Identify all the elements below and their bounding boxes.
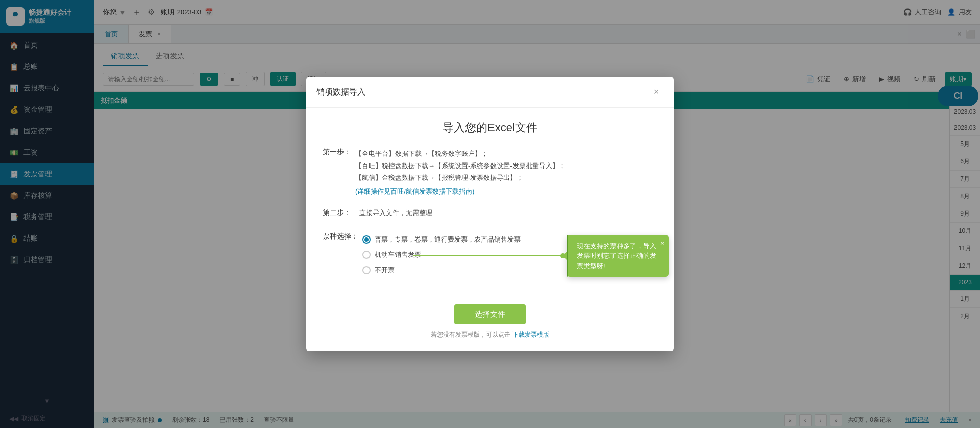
step2-label: 第二步： bbox=[323, 208, 351, 218]
download-hint: 若您没有发票模版，可以点击 下载发票模版 bbox=[431, 330, 549, 339]
step1-line1: 【全电平台】数据下载→【税务数字账户】； bbox=[355, 148, 566, 159]
radio-noticket-label: 不开票 bbox=[375, 266, 395, 275]
radio-normal-circle bbox=[362, 235, 371, 244]
download-template-link[interactable]: 下载发票模版 bbox=[512, 331, 549, 338]
radio-normal-label: 普票，专票，卷票，通行费发票，农产品销售发票 bbox=[375, 235, 521, 244]
step1-label: 第一步： bbox=[323, 148, 351, 194]
tooltip-close-btn[interactable]: × bbox=[660, 238, 665, 249]
modal-title: 销项数据导入 bbox=[316, 87, 365, 98]
step1-content: 【全电平台】数据下载→【税务数字账户】； 【百旺】税控盘数据下载→【系统设置-系… bbox=[351, 148, 566, 198]
tooltip-text: 现在支持的票种多了，导入发票时别忘了选择正确的发票类型呀! bbox=[574, 241, 662, 271]
step1-line2: 【百旺】税控盘数据下载→【系统设置-系统参数设置-发票批量导入】； bbox=[355, 160, 566, 172]
radio-noticket[interactable]: 不开票 bbox=[362, 266, 521, 275]
modal-footer: 选择文件 若您没有发票模版，可以点击 下载发票模版 bbox=[306, 296, 674, 351]
radio-motor-circle bbox=[362, 251, 371, 259]
tooltip-connector-line bbox=[413, 255, 561, 256]
step1-link[interactable]: (详细操作见百旺/航信发票数据下载指南) bbox=[355, 187, 474, 195]
step1-line3: 【航信】金税盘数据下载→【报税管理-发票数据导出】； bbox=[355, 172, 566, 183]
step1: 第一步： 【全电平台】数据下载→【税务数字账户】； 【百旺】税控盘数据下载→【系… bbox=[323, 148, 657, 198]
modal-overlay: 销项数据导入 × 导入您的Excel文件 第一步： 【全电平台】数据下载→【税务… bbox=[0, 0, 980, 428]
step2: 第二步： 直接导入文件，无需整理 bbox=[323, 207, 657, 222]
import-modal: 销项数据导入 × 导入您的Excel文件 第一步： 【全电平台】数据下载→【税务… bbox=[306, 77, 674, 351]
radio-motor-label: 机动车销售发票 bbox=[375, 250, 421, 259]
radio-group: 普票，专票，卷票，通行费发票，农产品销售发票 机动车销售发票 × 现在支持的票种… bbox=[358, 235, 521, 275]
modal-big-title: 导入您的Excel文件 bbox=[323, 120, 657, 135]
select-file-btn[interactable]: 选择文件 bbox=[454, 304, 526, 324]
radio-noticket-circle bbox=[362, 266, 371, 274]
modal-close-btn[interactable]: × bbox=[649, 85, 664, 99]
tooltip-bubble: × 现在支持的票种多了，导入发票时别忘了选择正确的发票类型呀! bbox=[567, 235, 669, 277]
modal-header: 销项数据导入 × bbox=[306, 77, 674, 108]
modal-body: 导入您的Excel文件 第一步： 【全电平台】数据下载→【税务数字账户】； 【百… bbox=[306, 108, 674, 296]
step2-text: 直接导入文件，无需整理 bbox=[351, 207, 432, 219]
ticket-select-label: 票种选择： bbox=[323, 232, 358, 241]
radio-motor[interactable]: 机动车销售发票 × 现在支持的票种多了，导入发票时别忘了选择正确的发票类型呀! bbox=[362, 250, 521, 259]
radio-normal[interactable]: 普票，专票，卷票，通行费发票，农产品销售发票 bbox=[362, 235, 521, 244]
tooltip-bar bbox=[567, 235, 568, 277]
ticket-select-group: 票种选择： 普票，专票，卷票，通行费发票，农产品销售发票 机动车销售发票 bbox=[323, 231, 657, 275]
